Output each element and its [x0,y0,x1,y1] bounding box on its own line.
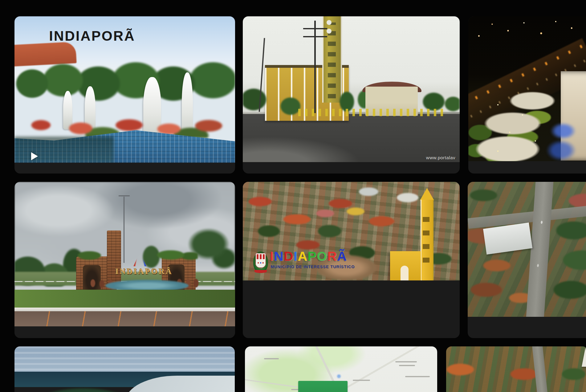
white-curb-band [14,308,235,311]
image-result-card-aerial-street[interactable] [468,182,586,338]
image-result-card-river[interactable] [14,346,235,392]
city-logo-subtitle: MUNICÍPIO DE INTERESSE TURÍSTICO [271,264,360,269]
tower-clock-dot [327,20,332,25]
image-result-card-map[interactable] [245,346,437,392]
map-label-blur [264,358,279,359]
logo-letter: R [327,249,337,263]
map-label-blur [395,361,417,362]
image-result-card-aerial-logo[interactable]: INDIAPORÃ MUNICÍPIO DE INTERESSE TURÍSTI… [243,182,460,338]
logo-letter: O [317,249,327,263]
map-label-blur [353,380,370,381]
photo-title-text: INDIAPORÃ [49,28,135,44]
city-logo-text: INDIAPORÃ [270,250,362,263]
shield-emblems [257,261,265,265]
roofs-and-trees-layer [446,346,586,392]
tower-windows [423,210,429,263]
roofs-and-trees-layer [468,182,586,317]
logo-letter: P [307,249,317,263]
thumbnail-aerial-street [468,182,586,317]
image-result-card-entrance-monument[interactable]: INDIAPORÂ [14,182,235,338]
logo-letter: A [298,249,307,263]
watermark-text: www.portalav [426,155,455,160]
image-result-card-rooftops[interactable] [446,346,586,392]
pool-shadow-layer [14,137,114,163]
play-icon[interactable] [31,152,38,160]
green-fields-layer [14,388,144,392]
church-door-arch [401,266,409,280]
image-result-card-night-plaza[interactable] [468,16,586,174]
thumbnail-statues-video: INDIAPORÃ [14,16,235,163]
church-spire-shape [582,348,586,367]
thumbnail-church-street: www.portalav [243,16,460,162]
logo-letter: I [294,249,298,263]
map-green-label-box [298,381,348,392]
blue-glow-layer [539,118,579,161]
logo-letter: N [274,249,284,263]
logo-letter: Ã [337,249,347,263]
map-label-blur [399,365,415,366]
logo-letter: I [270,249,274,263]
city-coat-of-arms [253,251,268,273]
yellow-chairs-row [298,109,443,116]
shield-ribbon [254,270,267,273]
road-layer [14,311,235,326]
thumbnail-night-plaza [468,16,586,161]
shield-castle [257,254,265,259]
map-label-blur [405,376,430,377]
thumbnail-aerial-logo: INDIAPORÃ MUNICÍPIO DE INTERESSE TURÍSTI… [243,182,460,280]
pole-lamp-crossbar [119,195,130,196]
thumbnail-river [14,346,235,392]
image-result-card-statues-video[interactable]: INDIAPORÃ [14,16,235,174]
utility-pole-crossarm [303,28,327,29]
utility-pole [314,21,316,113]
trees-layer [14,47,235,113]
logo-letter: D [284,249,294,263]
grass-layer [14,290,235,308]
thumbnail-entrance-monument: INDIAPORÂ [14,182,235,326]
image-results-page: INDIAPORÃ www.portalav [0,0,586,392]
map-location-dot [337,375,340,378]
thumbnail-map [245,346,437,392]
church-spire-shape [420,188,434,200]
thumbnail-rooftops [446,346,586,392]
image-result-card-church-street[interactable]: www.portalav [243,16,460,174]
shrubs-on-arches [75,250,198,261]
